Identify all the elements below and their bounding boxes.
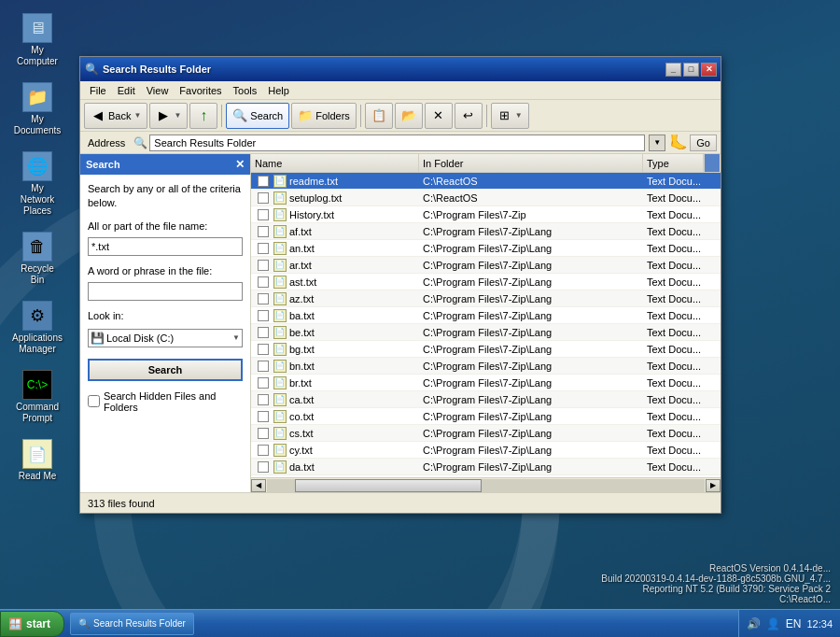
file-checkbox[interactable] [258,209,269,220]
address-dropdown-button[interactable]: ▼ [649,134,665,151]
file-icon: 📄 [273,427,287,440]
file-checkbox[interactable] [258,243,269,254]
filename-input[interactable] [88,237,243,256]
search-execute-button[interactable]: Search [88,359,243,381]
file-checkbox[interactable] [258,344,269,355]
copy-to-button[interactable]: 📋 [365,103,393,129]
tray-lang-icon[interactable]: EN [786,617,802,630]
file-checkbox[interactable] [258,276,269,288]
table-row[interactable]: 📄 bn.txt C:\Program Files\7-Zip\Lang Tex… [251,358,721,375]
file-cell-folder: C:\Program Files\7-Zip\Lang [419,243,643,254]
h-scroll-thumb[interactable] [295,479,482,492]
h-scrollbar[interactable]: ◀ ▶ [251,477,721,492]
file-panel: Name In Folder Type 📄 readme.txt [251,154,721,492]
file-checkbox[interactable] [258,461,269,473]
go-button[interactable]: Go [690,134,717,151]
maximize-button[interactable]: □ [683,63,699,77]
file-name: bn.txt [289,361,315,372]
table-row[interactable]: 📄 br.txt C:\Program Files\7-Zip\Lang Tex… [251,375,721,391]
table-row[interactable]: 📄 ba.txt C:\Program Files\7-Zip\Lang Tex… [251,307,721,324]
col-header-type[interactable]: Type [643,154,704,172]
menu-help[interactable]: Help [262,84,295,97]
file-checkbox[interactable] [258,192,269,204]
desktop-icon-my-documents[interactable]: 📁 My Documents [9,78,65,140]
desktop-icon-recycle-bin[interactable]: 🗑 Recycle Bin [9,228,65,290]
table-row[interactable]: 📄 af.txt C:\Program Files\7-Zip\Lang Tex… [251,223,721,240]
window-title-icon: 🔍 [84,62,99,77]
h-scroll-track[interactable] [267,479,705,492]
desktop-icon-cmd[interactable]: C:\> Command Prompt [9,366,65,428]
file-checkbox[interactable] [258,394,269,405]
h-scroll-left-button[interactable]: ◀ [251,479,266,492]
folders-button[interactable]: 📁 Folders [291,103,357,129]
table-row[interactable]: 📄 co.txt C:\Program Files\7-Zip\Lang Tex… [251,408,721,425]
file-type: Text Docu... [647,276,701,288]
file-checkbox[interactable] [258,226,269,237]
desktop-icon-my-computer[interactable]: 🖥 My Computer [9,9,65,71]
table-row[interactable]: 📄 da.txt C:\Program Files\7-Zip\Lang Tex… [251,459,721,475]
desktop-icon-my-network[interactable]: 🌐 My Network Places [9,148,65,220]
back-button[interactable]: ◀ Back ▼ [84,103,147,129]
file-checkbox[interactable] [258,310,269,321]
desktop-icon-readme[interactable]: 📄 Read Me [9,435,65,486]
forward-button[interactable]: ▶ ▼ [149,103,188,129]
search-button[interactable]: 🔍 Search [226,103,289,129]
search-toolbar-icon: 🔍 [232,108,247,123]
col-header-name[interactable]: Name [251,154,419,172]
table-row[interactable]: 📄 readme.txt C:\ReactOS Text Docu... [251,173,721,190]
menu-file[interactable]: File [84,84,112,97]
menu-edit[interactable]: Edit [112,84,141,97]
file-checkbox[interactable] [258,260,269,271]
status-text: 313 files found [88,498,155,509]
address-field[interactable]: Search Results Folder [149,134,645,151]
file-checkbox[interactable] [258,445,269,456]
h-scroll-right-button[interactable]: ▶ [706,479,721,492]
file-checkbox[interactable] [258,377,269,389]
views-button[interactable]: ⊞ ▼ [491,103,529,129]
file-checkbox[interactable] [258,176,269,187]
hidden-files-checkbox[interactable] [88,395,100,407]
file-name: an.txt [289,243,315,254]
table-row[interactable]: 📄 ar.txt C:\Program Files\7-Zip\Lang Tex… [251,257,721,274]
tray-volume-icon[interactable]: 🔊 [747,617,761,630]
table-row[interactable]: 📄 cs.txt C:\Program Files\7-Zip\Lang Tex… [251,425,721,442]
start-button[interactable]: 🪟 start [0,611,64,637]
table-row[interactable]: 📄 cy.txt C:\Program Files\7-Zip\Lang Tex… [251,442,721,459]
file-cell-name: 📄 bg.txt [251,343,419,356]
file-checkbox[interactable] [258,411,269,422]
desktop-icon-app-manager[interactable]: ⚙ Applications Manager [9,297,65,359]
table-row[interactable]: 📄 setuplog.txt C:\ReactOS Text Docu... [251,190,721,206]
table-row[interactable]: 📄 az.txt C:\Program Files\7-Zip\Lang Tex… [251,290,721,307]
close-button[interactable]: ✕ [701,63,717,77]
minimize-button[interactable]: _ [665,63,681,77]
phrase-input[interactable] [88,282,243,301]
file-checkbox[interactable] [258,293,269,304]
file-checkbox[interactable] [258,428,269,439]
file-checkbox[interactable] [258,327,269,338]
move-to-button[interactable]: 📂 [395,103,423,129]
taskbar-item-icon: 🔍 [78,618,90,629]
file-list-body[interactable]: 📄 readme.txt C:\ReactOS Text Docu... 📄 s… [251,173,721,477]
delete-button[interactable]: ✕ [425,103,453,129]
table-row[interactable]: 📄 be.txt C:\Program Files\7-Zip\Lang Tex… [251,324,721,341]
file-cell-type: Text Docu... [643,361,721,372]
menu-view[interactable]: View [141,84,175,97]
delete-icon: ✕ [431,108,446,123]
tray-network-icon[interactable]: 👤 [766,617,780,630]
col-header-folder[interactable]: In Folder [419,154,643,172]
search-panel-close-button[interactable]: ✕ [235,158,245,171]
table-row[interactable]: 📄 ast.txt C:\Program Files\7-Zip\Lang Te… [251,274,721,290]
table-row[interactable]: 📄 ca.txt C:\Program Files\7-Zip\Lang Tex… [251,391,721,408]
file-icon: 📄 [273,460,287,474]
up-button[interactable]: ↑ [189,103,217,129]
taskbar-item-search-results[interactable]: 🔍 Search Results Folder [70,613,194,635]
undo-button[interactable]: ↩ [455,103,483,129]
file-checkbox[interactable] [258,361,269,372]
table-row[interactable]: 📄 bg.txt C:\Program Files\7-Zip\Lang Tex… [251,341,721,358]
table-row[interactable]: 📄 History.txt C:\Program Files\7-Zip Tex… [251,206,721,223]
search-toolbar-label: Search [250,110,283,121]
menu-favorites[interactable]: Favorites [174,84,227,97]
table-row[interactable]: 📄 an.txt C:\Program Files\7-Zip\Lang Tex… [251,240,721,257]
views-icon: ⊞ [497,108,512,123]
menu-tools[interactable]: Tools [228,84,263,97]
